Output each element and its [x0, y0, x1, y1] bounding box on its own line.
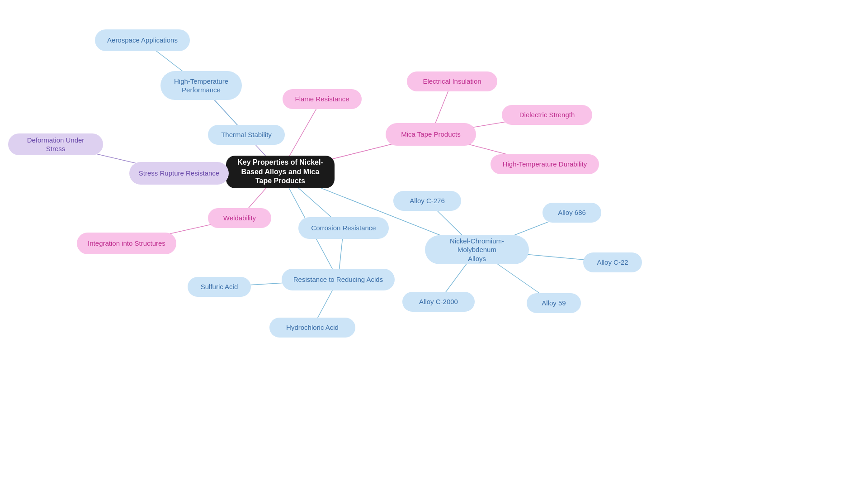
node-weldability: Weldability — [208, 208, 271, 228]
node-mica-tape: Mica Tape Products — [386, 123, 476, 146]
node-electrical-insulation: Electrical Insulation — [407, 71, 497, 91]
node-alloy-686: Alloy 686 — [542, 203, 601, 223]
node-alloy-c276: Alloy C-276 — [393, 191, 461, 211]
node-aerospace: Aerospace Applications — [95, 29, 190, 51]
node-nickel-chromium: Nickel-Chromium-MolybdenumAlloys — [425, 235, 529, 264]
node-high-temp-durability: High-Temperature Durability — [491, 154, 599, 174]
node-sulfuric-acid: Sulfuric Acid — [188, 277, 251, 297]
node-alloy-c22: Alloy C-22 — [583, 252, 642, 272]
node-hydrochloric-acid: Hydrochloric Acid — [269, 318, 355, 338]
center-node: Key Properties of Nickel-Based Alloys an… — [226, 156, 335, 188]
node-alloy-59: Alloy 59 — [527, 293, 581, 313]
node-integration: Integration into Structures — [77, 233, 176, 254]
node-stress-rupture: Stress Rupture Resistance — [129, 162, 229, 185]
node-resistance-reducing-acids: Resistance to Reducing Acids — [282, 269, 395, 290]
node-deformation: Deformation Under Stress — [8, 133, 103, 155]
node-dielectric-strength: Dielectric Strength — [502, 105, 592, 125]
node-high-temp-performance: High-TemperaturePerformance — [160, 71, 242, 100]
node-corrosion-resistance: Corrosion Resistance — [298, 217, 389, 239]
node-alloy-c2000: Alloy C-2000 — [402, 292, 475, 312]
node-thermal-stability: Thermal Stability — [208, 125, 285, 145]
node-flame-resistance: Flame Resistance — [283, 89, 362, 109]
